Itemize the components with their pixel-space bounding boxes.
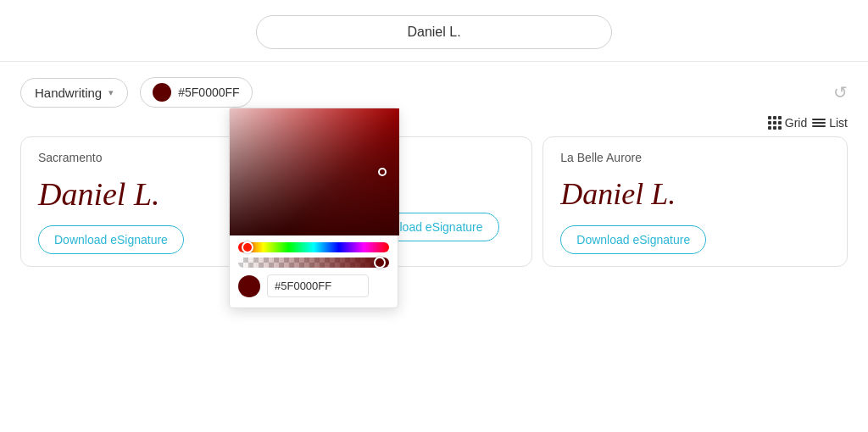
alpha-slider[interactable]: [238, 258, 389, 268]
download-button-labelle[interactable]: Download eSignature: [560, 225, 706, 254]
controls-row: Handwriting ▾ #5F0000FF ↺: [0, 62, 868, 108]
hue-slider[interactable]: [238, 242, 389, 252]
hex-input-row: [230, 274, 398, 297]
color-picker-button[interactable]: #5F0000FF: [140, 77, 252, 108]
card-title-labelle: La Belle Aurore: [560, 151, 642, 164]
hue-slider-row: [230, 235, 398, 252]
grid-icon: [768, 116, 782, 130]
color-picker-popup: [229, 108, 398, 308]
undo-button[interactable]: ↺: [833, 82, 848, 102]
chevron-down-icon: ▾: [108, 87, 114, 98]
list-view-button[interactable]: List: [812, 116, 848, 130]
hex-color-circle-preview: [238, 275, 260, 297]
hex-input[interactable]: [267, 274, 369, 297]
list-label: List: [829, 116, 848, 130]
hue-thumb: [242, 241, 253, 253]
color-gradient-canvas[interactable]: [230, 108, 399, 235]
signature-preview-labelle: Daniel L.: [560, 173, 676, 217]
grid-label: Grid: [785, 116, 807, 130]
grid-view-button[interactable]: Grid: [768, 116, 807, 130]
gradient-overlay: [230, 108, 399, 235]
handwriting-dropdown[interactable]: Handwriting ▾: [20, 78, 128, 108]
card-title-sacramento: Sacramento: [38, 151, 102, 164]
name-input-row: [0, 0, 868, 61]
alpha-slider-row: [230, 258, 398, 268]
signature-preview-sacramento: Daniel L.: [38, 173, 160, 217]
signature-card-labelle: La Belle Aurore Daniel L. Download eSign…: [542, 136, 848, 267]
list-icon: [812, 116, 826, 130]
handwriting-dropdown-label: Handwriting: [35, 86, 102, 100]
download-button-sacramento[interactable]: Download eSignature: [38, 225, 184, 254]
view-toggle-row: Grid List: [0, 108, 868, 136]
alpha-thumb: [374, 257, 386, 269]
color-circle: [153, 83, 171, 102]
picker-cursor: [378, 168, 387, 176]
color-hex-label: #5F0000FF: [178, 86, 239, 99]
cards-row: Sacramento Daniel L. Download eSignature…: [0, 136, 868, 267]
undo-icon: ↺: [833, 83, 848, 102]
name-input[interactable]: [256, 15, 612, 49]
